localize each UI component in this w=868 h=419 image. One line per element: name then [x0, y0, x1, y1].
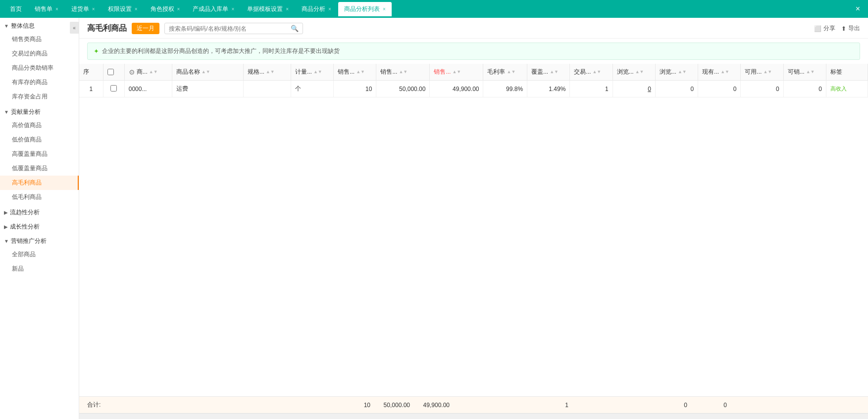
search-input[interactable] — [169, 25, 291, 32]
share-button[interactable]: ⬜ 分享 — [814, 24, 835, 33]
th-check — [103, 64, 124, 81]
tab-product-analysis[interactable]: 商品分析 × — [296, 2, 337, 16]
sidebar-item-high-margin[interactable]: 高毛利商品 — [0, 176, 79, 190]
sidebar-group-marketing[interactable]: ▼ 营销推广分析 — [0, 233, 79, 247]
sidebar-group-growth[interactable]: ▶ 成长性分析 — [0, 219, 79, 233]
sidebar-item-low-value[interactable]: 低价值商品 — [0, 133, 79, 147]
th-unit: 计量... ▲▼ — [291, 64, 333, 81]
close-icon[interactable]: × — [286, 6, 289, 12]
sort-arrows[interactable]: ▲▼ — [592, 70, 601, 74]
sidebar-item-traded-goods[interactable]: 交易过的商品 — [0, 47, 79, 61]
footer-sales-profit: 49,900.00 — [414, 402, 454, 409]
sort-arrows[interactable]: ▲▼ — [356, 70, 365, 74]
th-trade: 交易... ▲▼ — [570, 64, 613, 81]
close-icon[interactable]: × — [135, 6, 138, 12]
row-checkbox[interactable] — [110, 85, 117, 92]
tab-template[interactable]: 单据模板设置 × — [241, 2, 295, 16]
chevron-down-icon: ▼ — [4, 23, 9, 29]
close-icon[interactable]: × — [328, 6, 331, 12]
search-box: 🔍 — [164, 23, 303, 34]
sort-arrows[interactable]: ▲▼ — [550, 70, 559, 74]
tab-home[interactable]: 首页 — [4, 2, 28, 16]
sort-arrows[interactable]: ▲▼ — [452, 70, 461, 74]
sidebar-item-low-margin[interactable]: 低毛利商品 — [0, 190, 79, 204]
footer-trade: 1 — [533, 402, 572, 409]
info-banner: ✦ 企业的主要的利润都是这部分商品创造的，可考虑加大推广，同时关注库存是不要出现… — [87, 43, 860, 60]
cell-code: 0000... — [124, 81, 172, 97]
sidebar: « ▼ 整体信息 销售类商品 交易过的商品 商品分类助销率 有库存的商品 库存资… — [0, 18, 79, 419]
sidebar-item-stock-capital[interactable]: 库存资金占用 — [0, 90, 79, 104]
cell-sales-profit: 49,900.00 — [430, 81, 483, 97]
th-gross-rate: 毛利率 ▲▼ — [483, 64, 527, 81]
sidebar-group-trend[interactable]: ▶ 流趋性分析 — [0, 204, 79, 219]
close-icon[interactable]: × — [383, 6, 386, 12]
th-sales-qty: 销售... ▲▼ — [334, 64, 376, 81]
filter-recent-month-button[interactable]: 近一月 — [132, 23, 159, 34]
tab-permission[interactable]: 权限设置 × — [102, 2, 144, 16]
th-seq: 序 — [79, 64, 103, 81]
sidebar-group-contribution[interactable]: ▼ 贡献量分析 — [0, 104, 79, 118]
cell-name: 运费 — [172, 81, 243, 97]
tab-product-warehouse[interactable]: 产成品入库单 × — [187, 2, 240, 16]
sidebar-item-sales-goods[interactable]: 销售类商品 — [0, 32, 79, 47]
close-all-button[interactable]: × — [852, 4, 864, 13]
tab-product-analysis-list[interactable]: 商品分析列表 × — [338, 2, 392, 16]
sidebar-group-overall[interactable]: ▼ 整体信息 — [0, 18, 79, 32]
sidebar-item-new-goods[interactable]: 新品 — [0, 262, 79, 276]
th-saleable: 可销... ▲▼ — [783, 64, 826, 81]
main-layout: « ▼ 整体信息 销售类商品 交易过的商品 商品分类助销率 有库存的商品 库存资… — [0, 18, 868, 419]
sort-arrows[interactable]: ▲▼ — [313, 70, 322, 74]
sort-arrows[interactable]: ▲▼ — [149, 70, 158, 74]
th-name: 商品名称 ▲▼ — [172, 64, 243, 81]
cell-seq: 1 — [79, 81, 103, 97]
cell-browse1[interactable]: 0 — [613, 81, 655, 97]
footer-empty4 — [493, 402, 533, 409]
sort-arrows[interactable]: ▲▼ — [678, 70, 687, 74]
data-table: 序 ⚙ 商... ▲▼ — [79, 64, 868, 97]
th-sales-amt: 销售... ▲▼ — [376, 64, 430, 81]
cell-sales-amt: 50,000.00 — [376, 81, 430, 97]
cell-stock: 0 — [698, 81, 741, 97]
table-wrapper[interactable]: 序 ⚙ 商... ▲▼ — [79, 64, 868, 396]
sort-arrows[interactable]: ▲▼ — [763, 70, 772, 74]
close-icon[interactable]: × — [55, 6, 58, 12]
footer-sales-amt: 50,000.00 — [374, 402, 414, 409]
horizontal-scrollbar[interactable] — [79, 413, 868, 419]
cell-browse2: 0 — [655, 81, 698, 97]
sort-arrows[interactable]: ▲▼ — [399, 70, 408, 74]
sort-arrows[interactable]: ▲▼ — [806, 70, 815, 74]
sidebar-item-high-coverage[interactable]: 高覆盖量商品 — [0, 147, 79, 161]
sidebar-item-all-goods[interactable]: 全部商品 — [0, 247, 79, 262]
sort-arrows[interactable]: ▲▼ — [507, 70, 515, 74]
export-icon: ⬆ — [841, 25, 846, 32]
sort-arrows[interactable]: ▲▼ — [266, 70, 275, 74]
close-icon[interactable]: × — [231, 6, 234, 12]
sidebar-item-high-value[interactable]: 高价值商品 — [0, 118, 79, 133]
th-code: ⚙ 商... ▲▼ — [124, 64, 172, 81]
gear-icon[interactable]: ⚙ — [129, 68, 135, 76]
tab-sales[interactable]: 销售单 × — [29, 2, 64, 16]
sort-arrows[interactable]: ▲▼ — [720, 70, 729, 74]
footer-sales-qty: 10 — [335, 402, 374, 409]
cell-check[interactable] — [103, 81, 124, 97]
tab-role[interactable]: 角色授权 × — [145, 2, 186, 16]
sidebar-item-stocked-goods[interactable]: 有库存的商品 — [0, 75, 79, 90]
select-all-checkbox[interactable] — [107, 69, 114, 75]
tab-purchase[interactable]: 进货单 × — [65, 2, 101, 16]
footer-stock: 0 — [652, 402, 691, 409]
th-stock: 现有... ▲▼ — [698, 64, 741, 81]
info-icon: ✦ — [94, 47, 99, 55]
sidebar-item-category-rate[interactable]: 商品分类助销率 — [0, 61, 79, 75]
sort-arrows[interactable]: ▲▼ — [202, 70, 210, 74]
th-sales-profit: 销售... ▲▼ — [430, 64, 483, 81]
export-button[interactable]: ⬆ 导出 — [841, 24, 860, 33]
footer-empty2 — [265, 402, 335, 409]
th-browse2: 浏览... ▲▼ — [655, 64, 698, 81]
sidebar-toggle-button[interactable]: « — [70, 22, 79, 34]
cell-gross-rate: 99.8% — [483, 81, 527, 97]
close-icon[interactable]: × — [177, 6, 180, 12]
th-tag: 标签 — [826, 64, 868, 81]
sort-arrows[interactable]: ▲▼ — [635, 70, 644, 74]
close-icon[interactable]: × — [92, 6, 95, 12]
sidebar-item-low-coverage[interactable]: 低覆盖量商品 — [0, 161, 79, 176]
